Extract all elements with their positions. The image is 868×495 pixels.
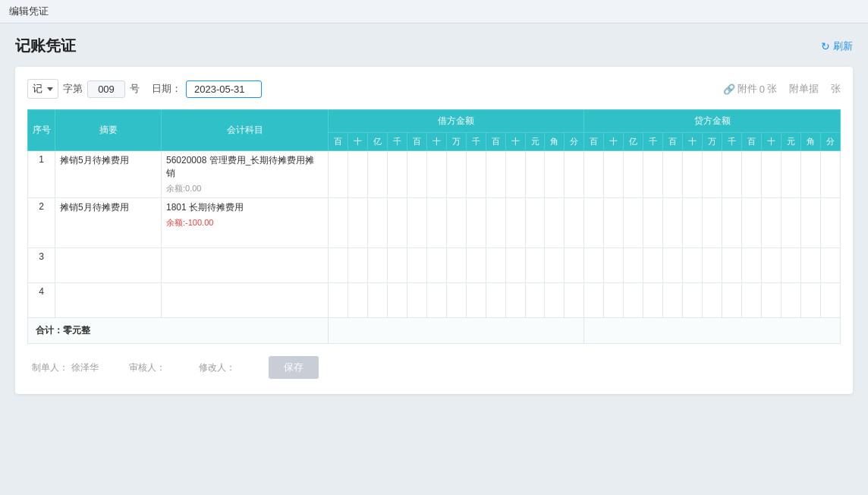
debit-cell-4[interactable] — [407, 248, 426, 283]
credit-cell-7[interactable] — [722, 248, 742, 283]
credit-cell-10[interactable] — [781, 283, 800, 318]
debit-cell-1[interactable] — [348, 248, 367, 283]
debit-cell-11[interactable] — [545, 151, 565, 198]
summary-cell[interactable] — [55, 283, 162, 318]
debit-cell-3[interactable] — [387, 198, 407, 248]
debit-cell-9[interactable] — [505, 283, 525, 318]
credit-cell-0[interactable] — [584, 151, 604, 198]
debit-cell-6[interactable] — [446, 198, 466, 248]
credit-cell-8[interactable] — [742, 151, 762, 198]
debit-cell-4[interactable] — [407, 198, 426, 248]
debit-cell-3[interactable] — [387, 283, 407, 318]
credit-cell-10[interactable] — [781, 248, 800, 283]
credit-cell-1[interactable] — [604, 283, 624, 318]
credit-cell-4[interactable] — [663, 198, 683, 248]
debit-cell-6[interactable] — [446, 151, 466, 198]
debit-cell-10[interactable] — [525, 151, 545, 198]
credit-cell-6[interactable] — [703, 283, 722, 318]
debit-cell-8[interactable] — [486, 248, 505, 283]
save-button[interactable]: 保存 — [269, 356, 319, 379]
debit-cell-6[interactable] — [446, 248, 466, 283]
credit-cell-7[interactable] — [722, 151, 742, 198]
debit-cell-10[interactable] — [525, 283, 545, 318]
credit-cell-1[interactable] — [604, 151, 624, 198]
credit-cell-1[interactable] — [604, 248, 624, 283]
credit-cell-8[interactable] — [742, 198, 762, 248]
voucher-number-input[interactable]: 009 — [87, 80, 125, 98]
credit-cell-11[interactable] — [800, 151, 820, 198]
credit-cell-6[interactable] — [703, 248, 722, 283]
debit-cell-12[interactable] — [565, 151, 584, 198]
credit-cell-7[interactable] — [722, 198, 742, 248]
credit-cell-9[interactable] — [761, 283, 781, 318]
debit-cell-6[interactable] — [446, 283, 466, 318]
credit-cell-8[interactable] — [742, 248, 762, 283]
debit-cell-5[interactable] — [426, 283, 446, 318]
account-cell[interactable] — [162, 283, 329, 318]
debit-cell-5[interactable] — [426, 248, 446, 283]
debit-cell-7[interactable] — [466, 283, 486, 318]
credit-cell-11[interactable] — [800, 248, 820, 283]
account-cell[interactable]: 56020008 管理费用_长期待摊费用摊销余额:0.00 — [162, 151, 329, 198]
debit-cell-12[interactable] — [565, 198, 584, 248]
credit-cell-11[interactable] — [800, 283, 820, 318]
account-cell[interactable]: 1801 长期待摊费用余额:-100.00 — [162, 198, 329, 248]
credit-cell-12[interactable] — [820, 283, 840, 318]
credit-cell-4[interactable] — [663, 283, 683, 318]
attach-single-button[interactable]: 附单据 — [789, 82, 819, 96]
debit-cell-2[interactable] — [367, 198, 387, 248]
refresh-button[interactable]: ↻ 刷新 — [821, 39, 853, 53]
debit-cell-0[interactable] — [329, 151, 348, 198]
debit-cell-7[interactable] — [466, 248, 486, 283]
debit-cell-0[interactable] — [329, 198, 348, 248]
credit-cell-2[interactable] — [624, 283, 643, 318]
debit-cell-1[interactable] — [348, 283, 367, 318]
credit-cell-9[interactable] — [761, 248, 781, 283]
credit-cell-10[interactable] — [781, 198, 800, 248]
debit-cell-0[interactable] — [329, 248, 348, 283]
debit-cell-10[interactable] — [525, 198, 545, 248]
debit-cell-12[interactable] — [565, 248, 584, 283]
credit-cell-0[interactable] — [584, 198, 604, 248]
debit-cell-9[interactable] — [505, 151, 525, 198]
debit-cell-12[interactable] — [565, 283, 584, 318]
voucher-type-select[interactable]: 记 — [27, 79, 58, 99]
credit-cell-5[interactable] — [683, 248, 703, 283]
credit-cell-9[interactable] — [761, 198, 781, 248]
debit-cell-8[interactable] — [486, 283, 505, 318]
credit-cell-12[interactable] — [820, 151, 840, 198]
credit-cell-7[interactable] — [722, 283, 742, 318]
debit-cell-8[interactable] — [486, 151, 505, 198]
credit-cell-1[interactable] — [604, 198, 624, 248]
debit-cell-2[interactable] — [367, 248, 387, 283]
account-cell[interactable] — [162, 248, 329, 283]
debit-cell-7[interactable] — [466, 151, 486, 198]
credit-cell-8[interactable] — [742, 283, 762, 318]
credit-cell-11[interactable] — [800, 198, 820, 248]
credit-cell-3[interactable] — [643, 248, 663, 283]
credit-cell-12[interactable] — [820, 198, 840, 248]
debit-cell-2[interactable] — [367, 283, 387, 318]
credit-cell-5[interactable] — [683, 283, 703, 318]
credit-cell-5[interactable] — [683, 198, 703, 248]
debit-cell-11[interactable] — [545, 198, 565, 248]
debit-cell-8[interactable] — [486, 198, 505, 248]
credit-cell-3[interactable] — [643, 198, 663, 248]
debit-cell-9[interactable] — [505, 198, 525, 248]
date-input[interactable]: 2023-05-31 — [186, 80, 262, 98]
credit-cell-4[interactable] — [663, 151, 683, 198]
debit-cell-7[interactable] — [466, 198, 486, 248]
credit-cell-6[interactable] — [703, 198, 722, 248]
debit-cell-2[interactable] — [367, 151, 387, 198]
attachment-link[interactable]: 🔗 附件 0 张 — [723, 82, 777, 96]
debit-cell-10[interactable] — [525, 248, 545, 283]
debit-cell-5[interactable] — [426, 151, 446, 198]
credit-cell-4[interactable] — [663, 248, 683, 283]
credit-cell-5[interactable] — [683, 151, 703, 198]
debit-cell-4[interactable] — [407, 151, 426, 198]
credit-cell-10[interactable] — [781, 151, 800, 198]
debit-cell-3[interactable] — [387, 151, 407, 198]
debit-cell-1[interactable] — [348, 151, 367, 198]
summary-cell[interactable]: 摊销5月待摊费用 — [55, 151, 162, 198]
debit-cell-11[interactable] — [545, 283, 565, 318]
